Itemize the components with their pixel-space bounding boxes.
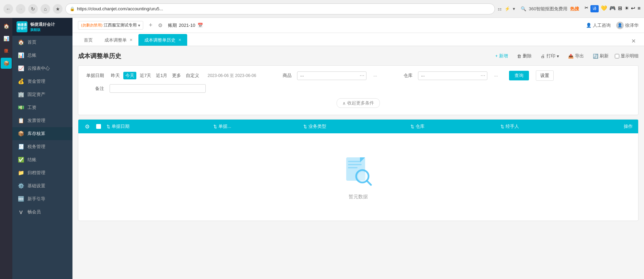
sidebar-item-invoice[interactable]: 📋 发票管理 — [12, 114, 72, 127]
assets-icon: 🏢 — [18, 91, 24, 98]
icon-bar-weibo[interactable]: 微 — [1, 45, 12, 56]
date-opt-more[interactable]: 更多 — [171, 72, 182, 79]
date-opt-7days[interactable]: 近7天 — [138, 72, 152, 79]
back-button[interactable]: ← — [3, 4, 13, 14]
company-selector[interactable]: (勿删勿禁用) 江西服宝测试专用 ▾ — [78, 21, 143, 30]
add-company-btn[interactable]: + — [149, 22, 152, 29]
delete-label: 删除 — [523, 53, 532, 59]
print-icon: 🖨 — [541, 54, 545, 59]
consult-link[interactable]: 👤 人工咨询 — [586, 22, 611, 29]
menu-icon[interactable]: ≡ — [637, 5, 641, 12]
tab-cost-adjust[interactable]: 成本调整单 ✕ — [99, 34, 138, 46]
home-button[interactable]: ⌂ — [41, 4, 50, 14]
sidebar-item-assets[interactable]: 🏢 固定资产 — [12, 88, 72, 101]
tab-home[interactable]: 首页 — [78, 34, 99, 46]
display-detail-checkbox[interactable] — [615, 54, 619, 58]
sidebar-item-label: 资金管理 — [27, 78, 45, 85]
remark-input[interactable] — [110, 84, 206, 93]
export-btn[interactable]: 📤 导出 — [565, 52, 587, 60]
brightness-icon[interactable]: ☀ — [624, 5, 629, 12]
undo-icon[interactable]: ↩ — [631, 5, 635, 12]
date-opt-today[interactable]: 今天 — [123, 72, 136, 79]
goods-select[interactable] — [297, 71, 366, 80]
settings-btn[interactable]: 设置 — [536, 70, 554, 81]
th-no[interactable]: ⇅ 单据... — [211, 123, 301, 130]
scissors-icon[interactable]: ✂ — [585, 5, 588, 12]
top-bar: (勿删勿禁用) 江西服宝测试专用 ▾ + ⚙ 账期 2021-10 📅 👤 人工… — [72, 18, 644, 33]
forward-button[interactable]: → — [16, 4, 25, 14]
tab-cost-history[interactable]: 成本调整单历史 ✕ — [138, 34, 187, 46]
tab-close-all[interactable]: ✕ — [629, 36, 639, 46]
date-filter-row: 单据日期 昨天 今天 近7天 近1月 更多 自定义 2023-06-06 至 2… — [85, 70, 631, 81]
icon-bar-inventory[interactable]: 📦 — [1, 58, 12, 69]
extensions-icon[interactable]: ⚏ — [498, 6, 502, 11]
icon-bar-home[interactable]: 🏠 — [1, 21, 12, 32]
user-menu[interactable]: 👤 徐泽华 — [616, 22, 639, 29]
th-date[interactable]: ⇅ 单据日期 — [104, 123, 211, 130]
lightning-icon[interactable]: ⚡ — [505, 6, 510, 11]
new-btn[interactable]: + 新增 — [493, 52, 511, 60]
reports-icon: 📈 — [18, 65, 24, 71]
sidebar-item-reports[interactable]: 📈 云报表中心 — [12, 62, 72, 75]
warehouse-select[interactable] — [418, 71, 487, 80]
period-value: 2021-10 — [179, 23, 195, 28]
sidebar-item-label: 云报表中心 — [27, 65, 50, 71]
date-opt-1month[interactable]: 近1月 — [155, 72, 169, 79]
archive-icon: 📁 — [18, 170, 24, 176]
close-account-icon: ✅ — [18, 157, 24, 163]
browser-actions: ⚏ ⚡ ▾ 🔍 360智能抠图免费用 热搜 — [498, 6, 579, 12]
remark-filter-label: 备注 — [85, 86, 104, 92]
grid-icon[interactable]: ⊞ — [618, 5, 622, 12]
select-all-checkbox[interactable] — [96, 124, 101, 129]
collapse-btn[interactable]: ∧ 收起更多条件 — [337, 98, 380, 108]
sidebar-item-archive[interactable]: 📁 归档管理 — [12, 166, 72, 179]
warehouse-more-icon: ··· — [494, 73, 498, 78]
sidebar-item-guide[interactable]: 🆕 新手引导 — [12, 192, 72, 205]
warehouse-select-wrap — [418, 71, 487, 80]
tab-cost-history-close[interactable]: ✕ — [178, 38, 181, 42]
sidebar-header-text: 畅捷通好会计 旗舰版 — [30, 22, 55, 32]
delete-icon: 🗑 — [517, 54, 521, 59]
table-select-all[interactable] — [93, 124, 104, 129]
settings-gear-icon[interactable]: ⚙ — [158, 22, 162, 29]
date-opt-custom[interactable]: 自定义 — [184, 72, 201, 79]
svg-rect-2 — [348, 164, 362, 165]
display-detail-checkbox-label[interactable]: 显示明细 — [615, 53, 639, 59]
sidebar-item-settings[interactable]: ⚙️ 基础设置 — [12, 179, 72, 192]
invoice-icon: 📋 — [18, 118, 24, 124]
sidebar-item-funds[interactable]: 💰 资金管理 — [12, 75, 72, 88]
wallet-icon[interactable]: 💛 — [601, 5, 607, 12]
chevron-down-icon[interactable]: ▾ — [513, 6, 515, 11]
date-opt-yesterday[interactable]: 昨天 — [110, 72, 121, 79]
sidebar-item-member[interactable]: V 畅会员 — [12, 205, 72, 219]
th-type[interactable]: ⇅ 业务类型 — [301, 123, 407, 130]
delete-btn[interactable]: 🗑 删除 — [514, 52, 534, 60]
translate-icon[interactable]: 译 — [590, 5, 599, 12]
address-bar[interactable]: 🔒 https://cloud.chanjet.com/accounting/u… — [65, 3, 495, 14]
th-operator[interactable]: ⇅ 经手人 — [498, 123, 588, 130]
member-icon: V — [18, 209, 24, 215]
refresh-btn[interactable]: 🔄 刷新 — [590, 52, 611, 60]
sidebar-item-home[interactable]: 🏠 首页 — [12, 36, 72, 49]
sidebar-item-tax[interactable]: 🧾 税务管理 — [12, 140, 72, 153]
ledger-icon: 📊 — [18, 52, 24, 58]
th-warehouse[interactable]: ⇅ 仓库 — [408, 123, 498, 130]
calendar-icon[interactable]: 📅 — [197, 23, 203, 28]
sidebar-item-close-account[interactable]: ✅ 结账 — [12, 153, 72, 166]
sidebar-item-label: 发票管理 — [27, 118, 45, 124]
game-icon[interactable]: 🎮 — [609, 5, 616, 12]
table-settings-btn[interactable]: ⚙ — [81, 123, 93, 130]
sidebar-item-inventory[interactable]: 📦 库存核算 — [12, 127, 72, 140]
sidebar-item-salary[interactable]: 💵 工资 — [12, 101, 72, 114]
bookmark-button[interactable]: ★ — [53, 4, 63, 14]
sidebar-item-label: 畅会员 — [27, 209, 41, 215]
print-btn[interactable]: 🖨 打印 ▾ — [538, 52, 562, 60]
icon-bar-finance[interactable]: 📊 — [1, 33, 12, 44]
user-name: 徐泽华 — [625, 22, 639, 29]
sidebar-header: 畅捷通好会计 畅捷通好会计 旗舰版 — [12, 18, 72, 36]
tab-cost-adjust-close[interactable]: ✕ — [129, 38, 133, 42]
reload-button[interactable]: ↻ — [28, 4, 38, 14]
date-filter-label: 单据日期 — [85, 72, 104, 79]
query-btn[interactable]: 查询 — [509, 71, 529, 80]
sidebar-item-ledger[interactable]: 📊 总账 — [12, 49, 72, 62]
